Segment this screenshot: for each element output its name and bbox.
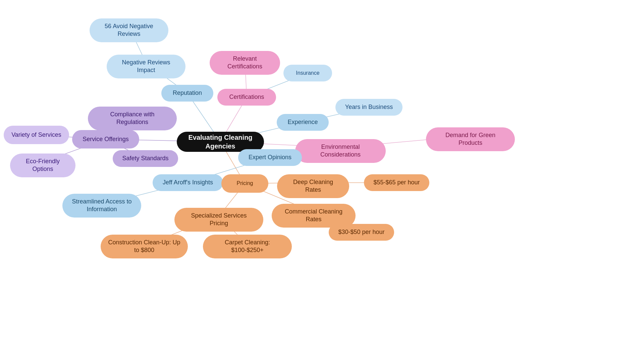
construction-cleanup-node: Construction Clean-Up: Up to $800 [101, 235, 188, 258]
negative-reviews-impact-node: Negative Reviews Impact [107, 55, 185, 78]
pricing-node: Pricing [221, 174, 268, 193]
certifications-node: Certifications [217, 89, 276, 106]
demand-for-green-products-node: Demand for Green Products [426, 127, 515, 151]
jeff-aroffs-insights-node: Jeff Aroff's Insights [153, 174, 223, 191]
center-node: Evaluating Cleaning Agencies [177, 132, 264, 152]
expert-opinions-node: Expert Opinions [238, 149, 302, 166]
eco-friendly-options-node: Eco-Friendly Options [10, 154, 75, 177]
years-in-business-node: Years in Business [335, 99, 402, 116]
55-65-per-hour-node: $55-$65 per hour [364, 174, 429, 191]
environmental-considerations-node: Environmental Considerations [295, 139, 386, 163]
compliance-with-regulations-node: Compliance with Regulations [88, 107, 177, 130]
experience-node: Experience [277, 114, 329, 131]
specialized-services-pricing-node: Specialized Services Pricing [174, 208, 263, 232]
deep-cleaning-rates-node: Deep Cleaning Rates [277, 174, 349, 198]
carpet-cleaning-node: Carpet Cleaning: $100-$250+ [203, 235, 292, 258]
insurance-node: Insurance [283, 65, 332, 81]
30-50-per-hour-node: $30-$50 per hour [329, 224, 394, 241]
safety-standards-node: Safety Standards [113, 150, 178, 167]
service-offerings-node: Service Offerings [72, 130, 139, 148]
avoid-negative-reviews-node: 56 Avoid Negative Reviews [90, 18, 168, 42]
reputation-node: Reputation [161, 85, 213, 102]
variety-of-services-node: Variety of Services [4, 126, 69, 144]
streamlined-access-node: Streamlined Access to Information [62, 194, 141, 218]
relevant-certifications-node: Relevant Certifications [210, 51, 280, 75]
